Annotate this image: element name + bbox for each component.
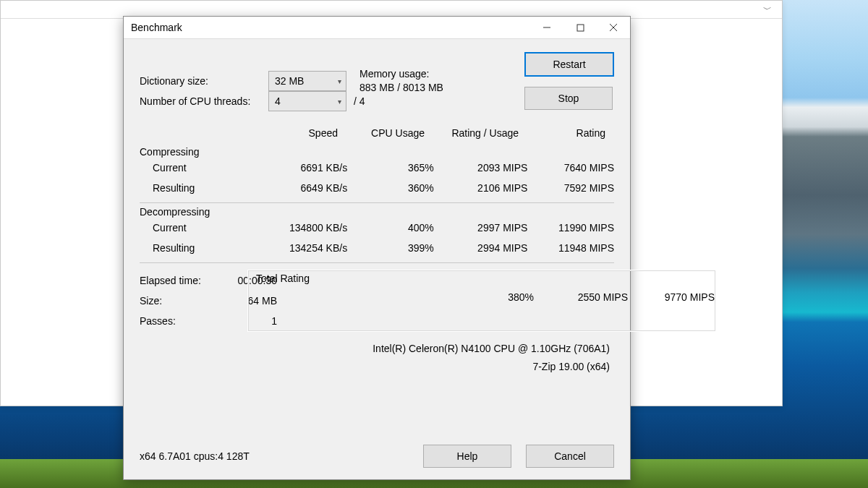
maximize-icon xyxy=(576,24,584,32)
row-label: Current xyxy=(140,162,239,174)
dialog-titlebar[interactable]: Benchmark xyxy=(124,17,630,39)
total-rating: 9770 MIPS xyxy=(628,291,715,303)
separator xyxy=(140,202,614,203)
cancel-button[interactable]: Cancel xyxy=(526,445,614,468)
table-row: Current 134800 KB/s 400% 2997 MIPS 11990… xyxy=(140,218,614,238)
version-string: x64 6.7A01 cpus:4 128T xyxy=(140,450,250,462)
maximize-button[interactable] xyxy=(563,17,597,38)
close-button[interactable] xyxy=(597,17,630,38)
total-rating-box: Total Rating 380% 2550 MIPS 9770 MIPS xyxy=(248,270,715,331)
system-info: Intel(R) Celeron(R) N4100 CPU @ 1.10GHz … xyxy=(140,340,610,376)
cpu-info: Intel(R) Celeron(R) N4100 CPU @ 1.10GHz … xyxy=(140,340,610,358)
row-label: Resulting xyxy=(140,242,239,254)
memory-usage-value: 883 MB / 8013 MB xyxy=(359,81,443,95)
threads-combo[interactable]: 4 ▾ xyxy=(268,91,346,111)
table-row: Resulting 134254 KB/s 399% 2994 MIPS 119… xyxy=(140,238,614,258)
chevron-down-icon: ▾ xyxy=(338,77,341,85)
threads-total: / 4 xyxy=(354,95,365,107)
passes-label: Passes: xyxy=(140,315,219,327)
table-row: Resulting 6649 KB/s 360% 2106 MIPS 7592 … xyxy=(140,178,614,198)
total-cpu: 380% xyxy=(447,291,534,303)
dictionary-size-value: 32 MB xyxy=(275,75,304,87)
size-label: Size: xyxy=(140,295,219,307)
col-cpu: CPU Usage xyxy=(338,127,425,139)
benchmark-dialog: Benchmark Dictionary size: 32 MB ▾ xyxy=(123,16,631,480)
dictionary-size-combo[interactable]: 32 MB ▾ xyxy=(268,71,346,91)
dictionary-size-label: Dictionary size: xyxy=(140,75,268,87)
minimize-icon xyxy=(542,23,551,32)
col-rating-usage: Rating / Usage xyxy=(425,127,519,139)
close-icon xyxy=(609,23,618,32)
threads-label: Number of CPU threads: xyxy=(140,95,268,107)
stop-button[interactable]: Stop xyxy=(524,87,613,110)
minimize-button[interactable] xyxy=(530,17,563,38)
results-table: Speed CPU Usage Rating / Usage Rating Co… xyxy=(140,123,614,263)
help-button[interactable]: Help xyxy=(423,445,511,468)
table-row: Current 6691 KB/s 365% 2093 MIPS 7640 MI… xyxy=(140,158,614,178)
col-speed: Speed xyxy=(229,127,338,139)
dialog-content: Dictionary size: 32 MB ▾ Memory usage: 8… xyxy=(124,39,630,385)
dialog-title: Benchmark xyxy=(124,22,182,33)
col-rating: Rating xyxy=(519,127,605,139)
total-ru: 2550 MIPS xyxy=(534,291,628,303)
svg-rect-1 xyxy=(577,25,584,31)
row-label: Resulting xyxy=(140,182,239,194)
memory-usage-label: Memory usage: xyxy=(359,67,443,81)
chevron-down-icon[interactable]: ﹀ xyxy=(763,4,772,16)
elapsed-label: Elapsed time: xyxy=(140,275,219,286)
chevron-down-icon: ▾ xyxy=(338,98,341,106)
total-rating-label: Total Rating xyxy=(249,271,715,287)
row-label: Current xyxy=(140,222,239,234)
app-info: 7-Zip 19.00 (x64) xyxy=(140,358,610,376)
compressing-header: Compressing xyxy=(140,146,614,158)
memory-usage: Memory usage: 883 MB / 8013 MB xyxy=(359,67,443,95)
window-controls xyxy=(530,17,630,38)
decompressing-header: Decompressing xyxy=(140,206,614,218)
restart-button[interactable]: Restart xyxy=(524,52,614,77)
desktop-background: ﹀ Benchmark Dictionary size: 32 xyxy=(0,0,868,488)
threads-value: 4 xyxy=(275,95,281,107)
separator xyxy=(140,262,614,263)
